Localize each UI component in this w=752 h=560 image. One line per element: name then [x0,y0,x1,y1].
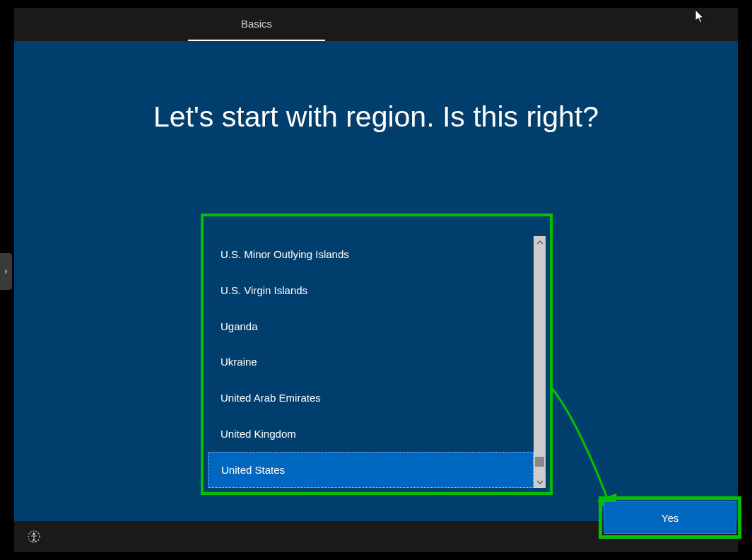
scroll-down-icon[interactable] [534,476,546,488]
region-item[interactable]: United Arab Emirates [208,380,534,416]
region-list[interactable]: U.S. Minor Outlying IslandsU.S. Virgin I… [208,236,534,488]
region-list-highlight: U.S. Minor Outlying IslandsU.S. Virgin I… [201,214,553,495]
region-item[interactable]: Uganda [208,308,534,344]
page-title: Let's start with region. Is this right? [14,100,738,134]
setup-window: Basics Let's start with region. Is this … [14,8,738,552]
region-item[interactable]: Ukraine [208,344,534,380]
yes-button-highlight: Yes [599,496,741,539]
ease-of-access-icon[interactable] [27,530,41,544]
scroll-thumb[interactable] [535,457,544,467]
region-item[interactable]: U.S. Minor Outlying Islands [208,236,534,272]
region-item[interactable]: United States [208,452,534,488]
stage: Let's start with region. Is this right? … [14,41,738,521]
region-item[interactable]: U.S. Virgin Islands [208,272,534,308]
svg-point-1 [33,532,35,535]
tab-basics[interactable]: Basics [188,8,325,41]
scroll-up-icon[interactable] [534,236,546,248]
tab-bar: Basics [14,8,738,41]
scrollbar[interactable] [534,236,546,488]
yes-button[interactable]: Yes [604,501,736,534]
region-item[interactable]: United Kingdom [208,416,534,452]
side-handle[interactable] [0,253,12,290]
